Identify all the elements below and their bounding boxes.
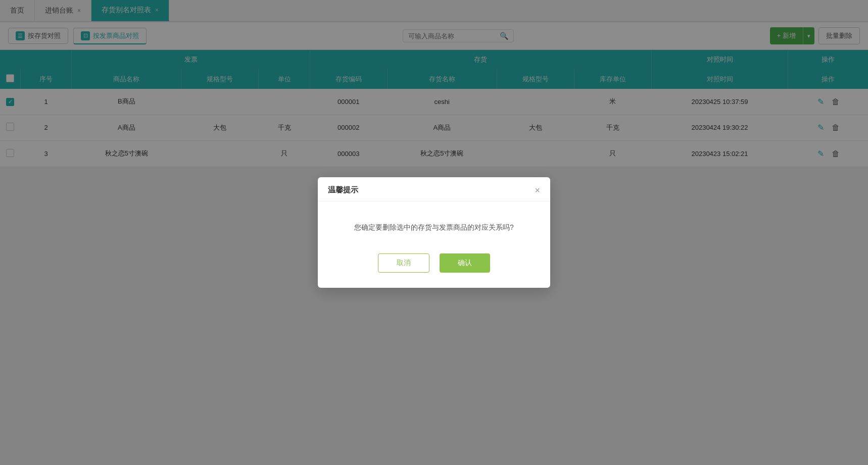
modal-overlay: 温馨提示 × 您确定要删除选中的存货与发票商品的对应关系吗? 取消 确认 <box>0 0 868 167</box>
